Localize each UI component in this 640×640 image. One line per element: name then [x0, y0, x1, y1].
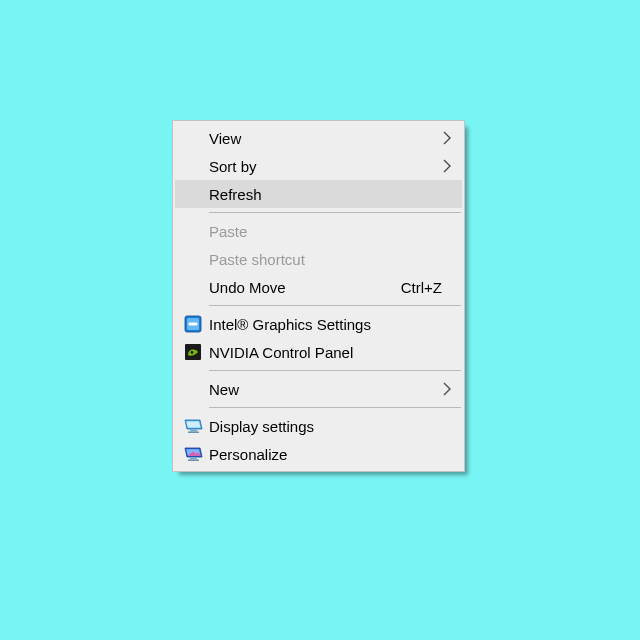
menu-item-label: Intel® Graphics Settings — [207, 316, 454, 333]
menu-item-shortcut: Ctrl+Z — [401, 279, 442, 296]
display-icon — [179, 414, 207, 438]
icon-slot — [179, 126, 207, 150]
icon-slot — [179, 377, 207, 401]
icon-slot — [179, 219, 207, 243]
menu-item-label: New — [207, 381, 454, 398]
icon-slot — [179, 154, 207, 178]
svg-rect-5 — [190, 430, 197, 432]
menu-separator — [209, 370, 461, 371]
menu-item-sort-by[interactable]: Sort by — [175, 152, 462, 180]
chevron-right-icon — [443, 131, 452, 145]
menu-item-label: NVIDIA Control Panel — [207, 344, 454, 361]
chevron-right-icon — [443, 159, 452, 173]
menu-item-label: View — [207, 130, 454, 147]
menu-item-paste: Paste — [175, 217, 462, 245]
desktop-context-menu: View Sort by Refresh Paste Paste shortcu… — [172, 120, 465, 472]
menu-item-nvidia-control-panel[interactable]: NVIDIA Control Panel — [175, 338, 462, 366]
menu-item-personalize[interactable]: Personalize — [175, 440, 462, 468]
intel-icon — [179, 312, 207, 336]
icon-slot — [179, 247, 207, 271]
menu-item-label: Undo Move — [207, 279, 401, 296]
icon-slot — [179, 275, 207, 299]
svg-rect-6 — [188, 432, 199, 433]
menu-item-label: Refresh — [207, 186, 454, 203]
menu-item-label: Personalize — [207, 446, 454, 463]
menu-item-label: Paste shortcut — [207, 251, 454, 268]
chevron-right-icon — [443, 382, 452, 396]
menu-separator — [209, 212, 461, 213]
nvidia-icon — [179, 340, 207, 364]
menu-item-intel-graphics[interactable]: Intel® Graphics Settings — [175, 310, 462, 338]
svg-point-4 — [191, 351, 194, 354]
menu-item-paste-shortcut: Paste shortcut — [175, 245, 462, 273]
menu-item-label: Sort by — [207, 158, 454, 175]
svg-rect-2 — [189, 323, 198, 326]
menu-item-label: Paste — [207, 223, 454, 240]
icon-slot — [179, 182, 207, 206]
menu-separator — [209, 407, 461, 408]
menu-item-undo-move[interactable]: Undo Move Ctrl+Z — [175, 273, 462, 301]
menu-item-refresh[interactable]: Refresh — [175, 180, 462, 208]
menu-item-view[interactable]: View — [175, 124, 462, 152]
menu-item-display-settings[interactable]: Display settings — [175, 412, 462, 440]
svg-rect-7 — [190, 458, 197, 460]
menu-separator — [209, 305, 461, 306]
menu-item-label: Display settings — [207, 418, 454, 435]
menu-item-new[interactable]: New — [175, 375, 462, 403]
svg-rect-8 — [188, 460, 199, 461]
personalize-icon — [179, 442, 207, 466]
